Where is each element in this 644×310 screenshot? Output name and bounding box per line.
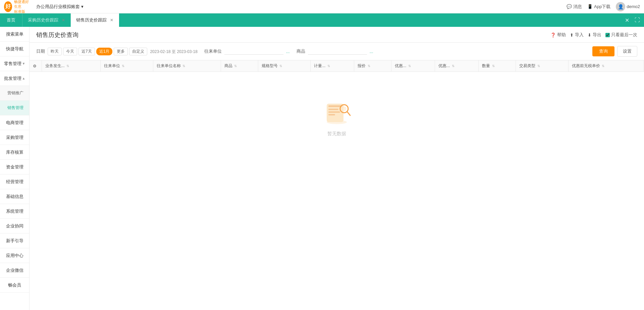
sidebar-item-sales-mgmt[interactable]: 销售管理	[0, 101, 29, 115]
sidebar-item-operations[interactable]: 经营管理	[0, 174, 29, 189]
svg-rect-4	[328, 111, 340, 113]
product-select-icon[interactable]: ...	[370, 49, 373, 54]
account-selector[interactable]: 办公用品行业模拟账套 ▾	[36, 4, 84, 10]
sort-icon-unit: ⇅	[327, 64, 330, 68]
tab-purchase-history[interactable]: 采购历史价跟踪 ✕	[22, 13, 71, 27]
svg-rect-2	[328, 105, 342, 107]
sidebar: 搜索菜单 快捷导航 零售管理 ▼ 批发管理 ▲ 营销推广 销售管理 电商管理 采…	[0, 27, 30, 310]
header-actions: ❓ 帮助 ⬆ 导入 ⬇ 导出 只看最后一次	[550, 32, 637, 38]
sidebar-item-retail[interactable]: 零售管理 ▼	[0, 56, 29, 71]
empty-icon	[320, 99, 354, 125]
filter-row: 日期 昨天 今天 近7天 近1月 更多 自定义 2023-02-18 至 202…	[30, 43, 644, 60]
gear-icon[interactable]: ⚙	[33, 64, 37, 68]
sidebar-item-inventory[interactable]: 库存核算	[0, 145, 29, 160]
tab-home[interactable]: 首页	[0, 13, 22, 27]
only-last-checkbox[interactable]: 只看最后一次	[605, 32, 637, 38]
table-col-product[interactable]: 商品 ⇅	[221, 60, 258, 72]
date-btn-yesterday[interactable]: 昨天	[48, 48, 62, 55]
partner-filter-group: 往来单位 ...	[204, 48, 290, 55]
empty-text: 暂无数据	[327, 131, 346, 137]
sort-icon-pretax-price: ⇅	[602, 64, 604, 68]
date-btn-today[interactable]: 今天	[63, 48, 77, 55]
topbar-left: 好 畅捷通好生意 标准版 办公用品行业模拟账套 ▾	[4, 0, 84, 14]
help-button[interactable]: ❓ 帮助	[550, 32, 566, 38]
logo-area: 好 畅捷通好生意 标准版	[4, 0, 31, 14]
tab-sales-history-close[interactable]: ✕	[110, 18, 113, 22]
topbar-right: 💬 消息 📱 App下载 👤 demo2	[567, 2, 640, 11]
page-header: 销售历史价查询 ❓ 帮助 ⬆ 导入 ⬇ 导出	[30, 27, 644, 43]
retail-arrow: ▼	[22, 62, 25, 65]
maximize-button[interactable]: ⛶	[633, 16, 641, 24]
date-btn-last1m[interactable]: 近1月	[96, 48, 113, 55]
table-col-quantity[interactable]: 数量 ⇅	[479, 60, 516, 72]
query-button[interactable]: 查询	[592, 46, 614, 56]
sort-icon-business-date: ⇅	[66, 64, 69, 68]
help-icon: ❓	[550, 33, 556, 38]
table-col-trade-type[interactable]: 交易类型 ⇅	[516, 60, 569, 72]
table-col-discount1[interactable]: 优惠... ⇅	[391, 60, 435, 72]
sidebar-item-enterprise[interactable]: 企业协同	[0, 219, 29, 234]
table-header: ⚙ 业务发生... ⇅ 往来单位 ⇅ 往来单位名称 ⇅	[30, 60, 644, 72]
tab-sales-history[interactable]: 销售历史价跟踪 ✕	[71, 13, 119, 27]
table-col-business-date[interactable]: 业务发生... ⇅	[42, 60, 101, 72]
table-container: ⚙ 业务发生... ⇅ 往来单位 ⇅ 往来单位名称 ⇅	[30, 60, 644, 310]
tab-purchase-history-close[interactable]: ✕	[62, 18, 65, 22]
chevron-down-icon: ▾	[81, 4, 84, 9]
sidebar-item-wholesale[interactable]: 批发管理 ▲	[0, 71, 29, 86]
sidebar-item-guide[interactable]: 新手引导	[0, 234, 29, 248]
import-button[interactable]: ⬆ 导入	[570, 32, 584, 38]
date-label: 日期	[36, 48, 45, 54]
sidebar-item-system[interactable]: 系统管理	[0, 204, 29, 219]
table-col-pretax-price[interactable]: 优惠前无税单价 ⇅	[568, 60, 644, 72]
date-buttons: 昨天 今天 近7天 近1月 更多 自定义	[48, 48, 147, 55]
sidebar-item-search[interactable]: 搜索菜单	[0, 27, 29, 42]
date-btn-last7[interactable]: 近7天	[78, 48, 95, 55]
user-menu[interactable]: 👤 demo2	[616, 2, 640, 11]
main-layout: 搜索菜单 快捷导航 零售管理 ▼ 批发管理 ▲ 营销推广 销售管理 电商管理 采…	[0, 27, 644, 310]
tabbar-actions: ✕ ⛶	[624, 16, 644, 25]
close-all-tabs-button[interactable]: ✕	[624, 16, 631, 25]
phone-icon: 📱	[587, 4, 593, 9]
date-btn-custom[interactable]: 自定义	[129, 48, 147, 55]
table-col-discount2[interactable]: 优惠... ⇅	[435, 60, 479, 72]
sidebar-item-quick-nav[interactable]: 快捷导航	[0, 42, 29, 56]
avatar: 👤	[616, 2, 625, 11]
sidebar-item-apps[interactable]: 应用中心	[0, 248, 29, 263]
sidebar-item-wechat[interactable]: 企业微信	[0, 263, 29, 278]
svg-point-8	[342, 106, 346, 111]
page-title-row: 销售历史价查询 ❓ 帮助 ⬆ 导入 ⬇ 导出	[36, 31, 637, 39]
sidebar-item-finance[interactable]: 资金管理	[0, 160, 29, 174]
import-icon: ⬆	[570, 33, 574, 38]
table-col-spec[interactable]: 规格型号 ⇅	[258, 60, 311, 72]
sort-icon-trade-type: ⇅	[537, 64, 540, 68]
setting-button[interactable]: 设置	[617, 46, 637, 57]
table-col-gear[interactable]: ⚙	[30, 60, 42, 72]
message-button[interactable]: 💬 消息	[567, 4, 582, 10]
sidebar-item-ecommerce[interactable]: 电商管理	[0, 115, 29, 130]
sidebar-item-marketing[interactable]: 营销推广	[0, 86, 29, 101]
tabbar: 首页 采购历史价跟踪 ✕ 销售历史价跟踪 ✕ ✕ ⛶	[0, 13, 644, 27]
sidebar-item-purchase[interactable]: 采购管理	[0, 130, 29, 145]
sort-icon-quantity: ⇅	[492, 64, 495, 68]
date-btn-more[interactable]: 更多	[114, 48, 128, 55]
wholesale-submenu: 营销推广 销售管理	[0, 86, 29, 115]
table-col-price[interactable]: 报价 ⇅	[354, 60, 391, 72]
sidebar-item-basic-info[interactable]: 基础信息	[0, 189, 29, 204]
filter-right: 查询 设置	[592, 46, 637, 57]
partner-input[interactable]	[224, 48, 283, 55]
app-download-button[interactable]: 📱 App下载	[587, 4, 610, 10]
export-icon: ⬇	[588, 33, 591, 38]
table-col-unit[interactable]: 计量... ⇅	[311, 60, 354, 72]
only-last-input[interactable]	[605, 33, 610, 37]
sort-icon-spec: ⇅	[279, 64, 282, 68]
table-col-partner-code[interactable]: 往来单位 ⇅	[101, 60, 153, 72]
partner-select-icon[interactable]: ...	[286, 49, 290, 54]
topbar: 好 畅捷通好生意 标准版 办公用品行业模拟账套 ▾ 💬 消息 📱 App下载 👤…	[0, 0, 644, 13]
svg-rect-5	[328, 114, 335, 115]
product-input[interactable]	[308, 48, 367, 55]
sidebar-item-member[interactable]: 畅会员	[0, 278, 29, 293]
export-button[interactable]: ⬇ 导出	[588, 32, 601, 38]
table-col-partner-name[interactable]: 往来单位名称 ⇅	[153, 60, 221, 72]
sort-icon-discount2: ⇅	[452, 64, 454, 68]
svg-line-7	[347, 112, 350, 115]
